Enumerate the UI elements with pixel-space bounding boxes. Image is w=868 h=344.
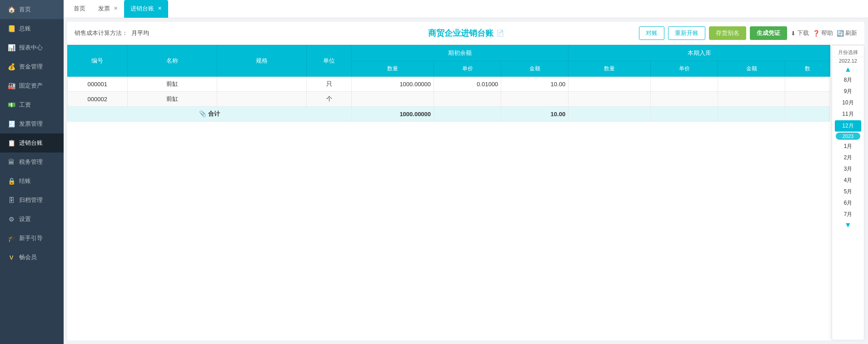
cell-in-extra (785, 92, 830, 107)
col-header-current-in: 本期入库 (569, 45, 830, 61)
month-item-5[interactable]: 5月 (832, 186, 864, 197)
total-in-price (651, 107, 718, 122)
month-item-6[interactable]: 6月 (832, 197, 864, 209)
fixed-asset-icon: 🏭 (7, 82, 15, 90)
sidebar-item-member[interactable]: V 畅会员 (0, 248, 64, 267)
guide-icon: 🎓 (7, 234, 15, 242)
sidebar-item-label: 固定资产 (19, 82, 43, 90)
sidebar-item-fixed-asset[interactable]: 🏭 固定资产 (0, 76, 64, 95)
sidebar-item-close[interactable]: 🔒 结账 (0, 172, 64, 191)
col-header-begin-qty: 数量 (352, 61, 434, 77)
save-alias-button[interactable]: 存货别名 (709, 26, 746, 40)
sidebar-item-guide[interactable]: 🎓 新手引导 (0, 229, 64, 248)
total-begin-qty: 1000.00000 (352, 107, 434, 122)
col-header-begin-price: 单价 (434, 61, 501, 77)
total-label: 📎合计 (68, 107, 352, 122)
sidebar-item-report[interactable]: 📊 报表中心 (0, 38, 64, 57)
reopen-button[interactable]: 重新开账 (668, 26, 705, 40)
sidebar-item-label: 结账 (19, 177, 31, 185)
cell-begin-qty (352, 92, 434, 107)
month-nav-up[interactable]: ▲ (832, 64, 864, 74)
sidebar-item-label: 报表中心 (19, 44, 43, 52)
generate-voucher-button[interactable]: 生成凭证 (750, 26, 787, 40)
total-in-qty (569, 107, 651, 122)
toolbar: 销售成本计算方法： 月平均 商贸企业进销台账 📄 对账 重新开账 存货别名 生成… (67, 22, 864, 45)
sidebar-item-fund[interactable]: 💰 资金管理 (0, 57, 64, 76)
table-body: 000001 前缸 只 1000.00000 0.01000 10.00 (68, 77, 830, 122)
total-begin-amount: 10.00 (501, 107, 569, 122)
sidebar-item-label: 归档管理 (19, 196, 43, 204)
main-area: 首页 发票 ✕ 进销台账 ✕ 销售成本计算方法： 月平均 商贸企业进销台账 📄 … (64, 0, 868, 344)
cell-in-amount (718, 92, 785, 107)
sidebar-item-home[interactable]: 🏠 首页 (0, 0, 64, 19)
col-header-name: 名称 (127, 45, 217, 77)
month-item-1[interactable]: 1月 (832, 141, 864, 152)
table-row: 000001 前缸 只 1000.00000 0.01000 10.00 (68, 77, 830, 92)
col-header-in-price: 单价 (651, 61, 718, 77)
month-item-11[interactable]: 11月 (832, 108, 864, 120)
cell-unit: 只 (307, 77, 352, 92)
tab-invoice[interactable]: 发票 ✕ (92, 0, 124, 18)
page-title-icon: 📄 (496, 29, 504, 37)
month-item-8[interactable]: 8月 (832, 74, 864, 86)
duizhang-button[interactable]: 对账 (639, 26, 664, 40)
sidebar-item-label: 首页 (19, 5, 31, 14)
month-item-12[interactable]: 12月 (835, 120, 861, 132)
sidebar-item-label: 资金管理 (19, 63, 43, 71)
table-wrapper: 编号 名称 规格 单位 期初余额 本期入库 数量 单价 金额 数量 (67, 45, 864, 340)
cell-spec (217, 77, 307, 92)
tab-home[interactable]: 首页 (67, 0, 92, 18)
sidebar-item-purchase-sales[interactable]: 📋 进销台账 (0, 133, 64, 152)
toolbar-actions: 对账 重新开账 存货别名 生成凭证 ⬇ 下载 ❓ 帮助 🔄 刷新 (639, 26, 857, 40)
col-header-begin-amount: 金额 (501, 61, 569, 77)
month-item-9[interactable]: 9月 (832, 86, 864, 97)
close-ledger-icon: 🔒 (7, 177, 15, 185)
tab-bar: 首页 发票 ✕ 进销台账 ✕ (64, 0, 868, 18)
table-row: 000002 前缸 个 (68, 92, 830, 107)
cell-in-price (651, 92, 718, 107)
sidebar-item-archive[interactable]: 🗄 归档管理 (0, 191, 64, 210)
month-item-4[interactable]: 4月 (832, 175, 864, 186)
cell-spec (217, 92, 307, 107)
month-nav-down[interactable]: ▼ (832, 220, 864, 230)
cell-in-qty (569, 77, 651, 92)
sidebar-item-label: 总账 (19, 25, 31, 33)
archive-icon: 🗄 (7, 196, 15, 204)
total-in-extra (785, 107, 830, 122)
month-panel: 月份选择 2022.12 ▲ 8月 9月 10月 11月 12月 2023 1月… (832, 45, 864, 340)
help-button[interactable]: ❓ 帮助 (813, 29, 833, 37)
invoice-mgmt-icon: 🧾 (7, 120, 15, 128)
col-header-in-qty: 数量 (569, 61, 651, 77)
month-item-3[interactable]: 3月 (832, 163, 864, 175)
salary-icon: 💵 (7, 101, 15, 109)
sidebar-item-label: 进销台账 (19, 139, 43, 147)
cell-begin-price (434, 92, 501, 107)
tab-purchase-sales-close[interactable]: ✕ (158, 5, 162, 11)
sidebar-item-label: 新手引导 (19, 234, 43, 242)
sidebar-item-label: 发票管理 (19, 120, 43, 128)
month-item-2[interactable]: 2月 (832, 152, 864, 163)
month-item-10[interactable]: 10月 (832, 97, 864, 108)
tab-invoice-close[interactable]: ✕ (114, 5, 118, 11)
sidebar-item-settings[interactable]: ⚙ 设置 (0, 210, 64, 229)
fund-icon: 💰 (7, 63, 15, 71)
total-in-amount (718, 107, 785, 122)
refresh-icon: 🔄 (837, 30, 844, 37)
page-title-area: 商贸企业进销台账 📄 (428, 28, 504, 39)
cell-in-qty (569, 92, 651, 107)
sidebar-item-tax[interactable]: 🏛 税务管理 (0, 152, 64, 172)
month-item-7[interactable]: 7月 (832, 209, 864, 220)
sidebar-item-ledger[interactable]: 📒 总账 (0, 19, 64, 38)
sidebar-item-invoice-mgmt[interactable]: 🧾 发票管理 (0, 114, 64, 133)
download-button[interactable]: ⬇ 下载 (791, 29, 809, 37)
refresh-button[interactable]: 🔄 刷新 (837, 29, 857, 37)
cell-begin-amount (501, 92, 569, 107)
sidebar-item-label: 设置 (19, 215, 31, 223)
sidebar-item-salary[interactable]: 💵 工资 (0, 95, 64, 114)
tab-purchase-sales[interactable]: 进销台账 ✕ (124, 0, 168, 18)
home-icon: 🏠 (7, 5, 15, 14)
col-header-code: 编号 (68, 45, 128, 77)
cell-unit: 个 (307, 92, 352, 107)
year-2023-badge: 2023 (836, 133, 860, 140)
tax-icon: 🏛 (7, 158, 15, 166)
